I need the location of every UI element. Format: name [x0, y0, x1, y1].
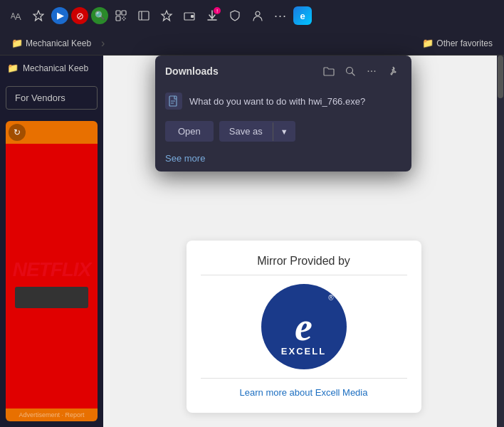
- scrollbar-thumb[interactable]: [498, 56, 503, 98]
- other-favorites-item[interactable]: 📁 Other favorites: [416, 36, 498, 50]
- svg-point-12: [256, 11, 260, 16]
- svg-marker-2: [33, 11, 43, 21]
- popup-body: What do you want to do with hwi_766.exe?…: [155, 85, 411, 149]
- mirror-card: Mirror Provided by e ® EXCELL Learn more…: [187, 241, 421, 413]
- svg-marker-8: [162, 11, 172, 21]
- sidebar-folder-icon: 📁: [7, 63, 19, 73]
- left-sidebar: 📁 Mechanical Keeb For Vendors ↻ NETFLIX …: [0, 56, 103, 427]
- download-badge: !: [214, 7, 221, 14]
- popup-search-icon[interactable]: [342, 63, 359, 80]
- excell-logo: e ® EXCELL: [261, 284, 347, 369]
- profile-icon[interactable]: ▶: [51, 7, 68, 24]
- folder-icon: 📁: [11, 38, 23, 48]
- wallet-icon[interactable]: [179, 6, 199, 26]
- mirror-title: Mirror Provided by: [201, 255, 407, 275]
- collections-icon[interactable]: [157, 6, 177, 26]
- extension1-icon[interactable]: 🔍: [91, 7, 108, 24]
- other-favorites-label: Other favorites: [436, 38, 493, 48]
- profiles-icon[interactable]: [248, 6, 268, 26]
- download-question: What do you want to do with hwi_766.exe?: [189, 96, 401, 107]
- open-button[interactable]: Open: [165, 121, 214, 142]
- popup-footer: See more: [155, 149, 411, 172]
- save-as-label: Save as: [219, 121, 273, 142]
- download-item: What do you want to do with hwi_766.exe?: [165, 88, 401, 114]
- extensions-icon[interactable]: [111, 6, 131, 26]
- save-as-chevron[interactable]: ▼: [273, 122, 295, 141]
- file-icon: [165, 93, 182, 110]
- sidebar-ad: ↻ NETFLIX Advertisement · Report: [6, 121, 98, 421]
- text-size-icon[interactable]: A A: [6, 6, 26, 26]
- sidebar-bookmark-label: Mechanical Keeb: [23, 63, 88, 73]
- favorites-mechanical-keeb[interactable]: 📁 Mechanical Keeb: [6, 36, 97, 50]
- browser-topbar: A A ▶ ⊘ 🔍: [0, 0, 504, 31]
- folder-icon-other: 📁: [422, 38, 434, 48]
- svg-rect-5: [116, 16, 120, 21]
- popup-header: Downloads ···: [155, 56, 411, 85]
- see-more-link[interactable]: See more: [165, 153, 205, 164]
- popup-folder-icon[interactable]: [320, 63, 337, 80]
- mirror-divider: [201, 378, 407, 379]
- more-icon[interactable]: ···: [271, 6, 290, 26]
- save-as-button[interactable]: Save as ▼: [219, 121, 295, 142]
- popup-pin-icon[interactable]: [384, 63, 401, 80]
- netflix-logo: NETFLIX: [13, 258, 91, 281]
- downloads-icon[interactable]: !: [202, 6, 222, 26]
- excell-e-letter: e: [295, 304, 313, 349]
- svg-rect-6: [139, 11, 149, 20]
- refresh-ad-button[interactable]: ↻: [9, 124, 26, 141]
- svg-rect-4: [122, 11, 126, 15]
- scrollbar-track[interactable]: [497, 56, 504, 427]
- ad-report-label[interactable]: Advertisement · Report: [16, 408, 87, 421]
- sidebar-bookmark[interactable]: 📁 Mechanical Keeb: [0, 56, 103, 80]
- popup-more-icon[interactable]: ···: [363, 63, 380, 80]
- favorites-icon[interactable]: [28, 6, 48, 26]
- favorites-bar: 📁 Mechanical Keeb › 📁 Other favorites: [0, 31, 504, 56]
- excell-registered: ®: [328, 294, 333, 302]
- vertical-tabs-icon[interactable]: [134, 6, 154, 26]
- mechanical-keeb-label: Mechanical Keeb: [26, 38, 91, 48]
- downloads-popup: Downloads ···: [155, 56, 411, 172]
- edge-app-icon[interactable]: e: [293, 6, 312, 25]
- favorites-chevron[interactable]: ›: [101, 37, 105, 50]
- download-actions: Open Save as ▼: [165, 121, 401, 142]
- for-vendors-button[interactable]: For Vendors: [6, 86, 98, 110]
- svg-rect-3: [116, 11, 120, 15]
- vpn-icon[interactable]: ⊘: [71, 7, 88, 24]
- svg-line-14: [352, 73, 355, 76]
- svg-text:A: A: [15, 11, 21, 22]
- learn-more-link[interactable]: Learn more about Excell Media: [240, 387, 368, 398]
- popup-title: Downloads: [165, 65, 316, 77]
- shield-icon[interactable]: [225, 6, 245, 26]
- svg-rect-10: [191, 15, 194, 18]
